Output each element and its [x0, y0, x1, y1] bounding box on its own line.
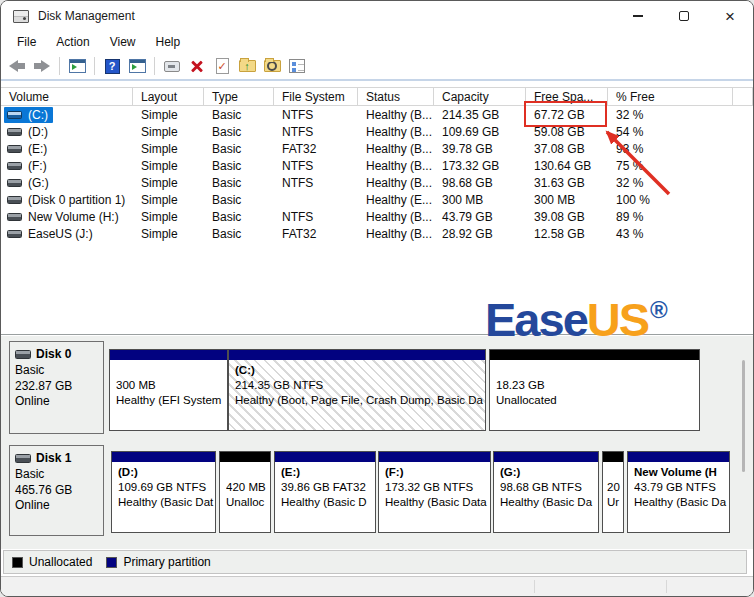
volume-name: (G:)	[28, 176, 49, 190]
cell-type: Basic	[204, 176, 274, 190]
partition-status: Ur	[607, 495, 623, 510]
partition-size: 109.69 GB NTFS	[118, 480, 215, 495]
menu-help[interactable]: Help	[146, 32, 191, 52]
vertical-scrollbar[interactable]	[742, 360, 745, 472]
partition-d[interactable]: (D:) 109.69 GB NTFS Healthy (Basic Dat	[111, 451, 216, 533]
cell-file-system: FAT32	[274, 142, 358, 156]
partition-status: Healthy (Boot, Page File, Crash Dump, Ba…	[235, 393, 485, 408]
menu-view[interactable]: View	[100, 32, 146, 52]
help-icon[interactable]	[101, 56, 123, 76]
column-header-layout[interactable]: Layout	[133, 88, 204, 105]
check-document-icon[interactable]	[211, 56, 233, 76]
partition-new-volume-h[interactable]: New Volume (H 43.79 GB NTFS Healthy (Bas…	[627, 451, 730, 533]
table-row-g[interactable]: (G:) Simple Basic NTFS Healthy (B... 98.…	[1, 174, 753, 191]
partition-f[interactable]: (F:) 173.32 GB NTFS Healthy (Basic Data	[378, 451, 491, 533]
cell-free-space: 130.64 GB	[526, 159, 608, 173]
registered-trademark-icon: ®	[650, 296, 668, 323]
disk0-label[interactable]: Disk 0 Basic 232.87 GB Online	[9, 341, 104, 434]
cell-pct-free: 93 %	[608, 142, 733, 156]
table-row-e[interactable]: (E:) Simple Basic FAT32 Healthy (B... 39…	[1, 140, 753, 157]
cell-type: Basic	[204, 108, 274, 122]
cell-capacity: 98.68 GB	[434, 176, 526, 190]
folder-search-icon[interactable]	[261, 56, 283, 76]
partition-status: Unalloc	[226, 495, 270, 510]
column-header-status[interactable]: Status	[358, 88, 434, 105]
partition-c[interactable]: (C:) 214.35 GB NTFS Healthy (Boot, Page …	[228, 349, 486, 431]
table-row-disk0-partition1[interactable]: (Disk 0 partition 1) Simple Basic Health…	[1, 191, 753, 208]
column-header-type[interactable]: Type	[204, 88, 274, 105]
cell-layout: Simple	[133, 176, 204, 190]
cell-capacity: 300 MB	[434, 193, 526, 207]
maximize-button[interactable]	[661, 1, 707, 31]
partition-status: Healthy (Basic Da	[634, 495, 729, 510]
forward-icon[interactable]	[31, 56, 53, 76]
console-tree-icon[interactable]	[126, 56, 148, 76]
cell-file-system: NTFS	[274, 210, 358, 224]
close-button[interactable]: ×	[707, 1, 753, 31]
primary-partition-bar	[275, 452, 375, 462]
easeus-logo-blue: Ease	[485, 294, 587, 346]
folder-export-icon[interactable]	[236, 56, 258, 76]
drive-icon	[7, 145, 22, 153]
partition-efi[interactable]: 300 MB Healthy (EFI System	[109, 349, 228, 431]
column-header-empty	[733, 88, 753, 105]
column-header-file-system[interactable]: File System	[274, 88, 358, 105]
cell-status: Healthy (B...	[358, 142, 434, 156]
table-row-h[interactable]: New Volume (H:) Simple Basic NTFS Health…	[1, 208, 753, 225]
partition-size: 20	[607, 480, 623, 495]
properties-list-icon[interactable]	[286, 56, 308, 76]
disk-name: Disk 0	[36, 347, 71, 361]
cell-layout: Simple	[133, 227, 204, 241]
partition-g[interactable]: (G:) 98.68 GB NTFS Healthy (Basic Da	[493, 451, 599, 533]
volume-name: (C:)	[28, 108, 48, 122]
menu-file[interactable]: File	[7, 32, 46, 52]
partition-size: 300 MB	[116, 378, 227, 393]
table-row-j[interactable]: EaseUS (J:) Simple Basic FAT32 Healthy (…	[1, 225, 753, 242]
partition-size: 18.23 GB	[496, 378, 699, 393]
partition-status: Healthy (Basic D	[281, 495, 375, 510]
title-bar: Disk Management ×	[1, 1, 753, 31]
back-icon[interactable]	[6, 56, 28, 76]
tooltip-icon[interactable]	[161, 56, 183, 76]
table-row-d[interactable]: (D:) Simple Basic NTFS Healthy (B... 109…	[1, 123, 753, 140]
volume-name: (D:)	[28, 125, 48, 139]
partition-unallocated-420mb[interactable]: 420 MB Unalloc	[219, 451, 271, 533]
cell-pct-free: 89 %	[608, 210, 733, 224]
cell-free-space: 37.08 GB	[526, 142, 608, 156]
easeus-logo-orange: US	[587, 294, 648, 346]
table-row-c[interactable]: (C:) Simple Basic NTFS Healthy (B... 214…	[1, 106, 753, 123]
minimize-button[interactable]	[615, 1, 661, 31]
primary-partition-bar	[628, 452, 729, 462]
window-title: Disk Management	[38, 9, 135, 23]
partition-unallocated-disk0[interactable]: 18.23 GB Unallocated	[489, 349, 700, 431]
cell-pct-free: 32 %	[608, 108, 733, 122]
partition-e[interactable]: (E:) 39.86 GB FAT32 Healthy (Basic D	[274, 451, 376, 533]
partition-title: (D:)	[118, 465, 215, 480]
toolbar-separator	[94, 57, 95, 75]
disk1-label[interactable]: Disk 1 Basic 465.76 GB Online	[9, 445, 104, 536]
cell-capacity: 43.79 GB	[434, 210, 526, 224]
toolbar	[1, 53, 753, 81]
cell-file-system: NTFS	[274, 125, 358, 139]
delete-red-x-icon[interactable]	[186, 56, 208, 76]
partition-title	[116, 363, 227, 378]
console-window-icon[interactable]	[66, 56, 88, 76]
table-row-f[interactable]: (F:) Simple Basic NTFS Healthy (B... 173…	[1, 157, 753, 174]
partition-unallocated-small[interactable]: 20 Ur	[602, 451, 624, 533]
cell-free-space: 39.08 GB	[526, 210, 608, 224]
column-header-volume[interactable]: Volume	[1, 88, 133, 105]
disk-status: Online	[15, 394, 103, 410]
cell-file-system: FAT32	[274, 227, 358, 241]
volume-name: (E:)	[28, 142, 47, 156]
cell-free-space: 300 MB	[526, 193, 608, 207]
partition-title: (C:)	[235, 363, 485, 378]
primary-partition-bar	[379, 452, 490, 462]
partition-title: New Volume (H	[634, 465, 729, 480]
cell-layout: Simple	[133, 193, 204, 207]
cell-type: Basic	[204, 210, 274, 224]
column-header-pct-free[interactable]: % Free	[608, 88, 733, 105]
menu-action[interactable]: Action	[46, 32, 99, 52]
column-header-capacity[interactable]: Capacity	[434, 88, 526, 105]
unallocated-bar	[490, 350, 699, 360]
volume-name: New Volume (H:)	[28, 210, 119, 224]
